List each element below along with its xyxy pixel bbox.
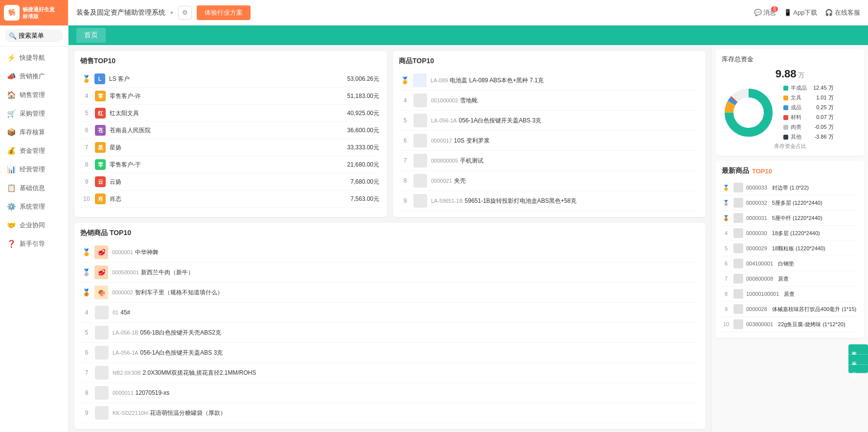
product-img bbox=[733, 228, 743, 238]
float-btn-hotline[interactable]: 客服热线 bbox=[848, 344, 868, 355]
sidebar-item-system[interactable]: ⚙️ 系统管理 bbox=[0, 197, 68, 216]
customers-rank-list: 🏅 L LS 客户 53,006.26元 4 零 零售客户-许 51,183.0… bbox=[80, 71, 381, 208]
products-sold-rank-list: 🏅 LA-089电池盖 LA-089 ABS本色+黑种 7.1克 4 00100… bbox=[399, 71, 700, 211]
rank-item: 🏅 LA-089电池盖 LA-089 ABS本色+黑种 7.1克 bbox=[399, 71, 700, 91]
legend-dot bbox=[783, 86, 788, 91]
product-img bbox=[95, 306, 109, 319]
product-img: 🍖 bbox=[94, 286, 108, 299]
rank-item: 8 000001112070519-xs bbox=[80, 383, 700, 403]
search-menu-btn[interactable]: 🔍 搜索菜单 bbox=[5, 29, 63, 42]
tab-home[interactable]: 首页 bbox=[76, 28, 106, 43]
dropdown-arrow[interactable]: ▾ bbox=[170, 9, 173, 16]
sidebar-item-finance[interactable]: 💰 资金管理 bbox=[0, 142, 68, 160]
sidebar: 畅 畅捷通好生意 标准版 🔍 搜索菜单 ⚡ 快捷导航 📣 营销推广 🏠 销售管理… bbox=[0, 0, 69, 432]
sidebar-item-purchase[interactable]: 🛒 采购管理 bbox=[0, 104, 68, 123]
rank-item: 🏅 L LS 客户 53,006.26元 bbox=[80, 71, 381, 88]
inventory-header: 库存总资金 bbox=[722, 55, 858, 64]
rank-badge: L bbox=[94, 73, 105, 84]
trial-plan-button[interactable]: 体验行业方案 bbox=[197, 5, 251, 20]
top-lists-row: 销售TOP10 🏅 L LS 客户 53,006.26元 4 零 零售客户-许 bbox=[74, 51, 706, 217]
legend-item: 其他 -3.86 万 bbox=[783, 133, 834, 141]
float-buttons: 客服热线 服务社区 直播 bbox=[848, 344, 868, 373]
rank-item: 🥉 0000031 5厘中纤 (1220*2440) bbox=[722, 211, 858, 226]
phone-icon: 📱 bbox=[784, 9, 792, 16]
system-icon: ⚙️ bbox=[7, 202, 16, 211]
product-img bbox=[95, 386, 109, 400]
message-btn[interactable]: 💬 消息 6 bbox=[754, 8, 777, 17]
purchase-icon: 🛒 bbox=[7, 109, 16, 118]
rank-badge: 苍 bbox=[95, 125, 106, 136]
rank-item: 10 肖 肖态 7,563.00元 bbox=[80, 191, 381, 208]
sidebar-item-cooperation[interactable]: 🤝 企业协同 bbox=[0, 216, 68, 235]
top-customers-card: 销售TOP10 🏅 L LS 客户 53,006.26元 4 零 零售客户-许 bbox=[74, 51, 387, 217]
legend-item: 材料 0.07 万 bbox=[783, 114, 834, 121]
product-img bbox=[95, 366, 109, 380]
sidebar-item-label: 采购管理 bbox=[20, 109, 45, 118]
rank-item: 7 000800005手机测试 bbox=[399, 151, 700, 171]
rank-badge: 肖 bbox=[95, 193, 106, 204]
logo-icon: 畅 bbox=[4, 5, 20, 21]
rank-item: 🏅 0000033 封边带 (1.0*22) bbox=[722, 180, 858, 195]
sidebar-item-inventory[interactable]: 📦 库存核算 bbox=[0, 123, 68, 142]
app-download-btn[interactable]: 📱 App下载 bbox=[784, 8, 817, 17]
sidebar-item-label: 库存核算 bbox=[20, 128, 45, 137]
product-img: 🥩 bbox=[94, 245, 108, 259]
rank-item: 4 零 零售客户-许 51,183.00元 bbox=[80, 88, 381, 105]
sidebar-logo: 畅 畅捷通好生意 标准版 bbox=[0, 0, 68, 25]
rank-badge: 云 bbox=[95, 176, 106, 187]
medal-gold-icon: 🏅 bbox=[82, 248, 91, 256]
rank-item: 🥈 0000032 5厘多层 (1220*2440) bbox=[722, 195, 858, 211]
search-icon: 🔍 bbox=[9, 32, 17, 40]
sidebar-item-guide[interactable]: ❓ 新手引导 bbox=[0, 235, 68, 253]
sidebar-item-marketing[interactable]: 📣 营销推广 bbox=[0, 67, 68, 86]
legend-item: 半成品 12.45 万 bbox=[783, 84, 834, 92]
inventory-title: 库存总资金 bbox=[722, 55, 754, 64]
legend-item: 文具 1.01 万 bbox=[783, 94, 834, 101]
online-service-btn[interactable]: 🎧 在线客服 bbox=[825, 8, 860, 17]
newest-products-list: 🏅 0000033 封边带 (1.0*22) 🥈 0000032 5厘多层 (1… bbox=[722, 180, 858, 332]
hot-products-list: 🏅 🥩 0000001中华神舞 🥈 🥩 000500001新西兰牛肉（新牛） 🥉… bbox=[80, 242, 700, 423]
rank-item: 🏅 🥩 0000001中华神舞 bbox=[80, 242, 700, 263]
legend-dot bbox=[783, 115, 788, 120]
float-btn-live[interactable]: 直播 bbox=[848, 365, 868, 373]
rank-item: 10 003800001 22g鱼豆腐-烧烤味 (1*12*20) bbox=[722, 317, 858, 332]
product-img bbox=[733, 319, 743, 329]
rank-item: 9 LA-59651-1B59651-1B旋转投影灯电池盒ABS黑色+58克 bbox=[399, 191, 700, 211]
sidebar-item-operation[interactable]: 📊 经营管理 bbox=[0, 160, 68, 179]
rank-item: 8 零 零售客户-于 21,680.00元 bbox=[80, 156, 381, 173]
float-btn-community[interactable]: 服务社区 bbox=[848, 355, 868, 365]
sidebar-item-label: 企业协同 bbox=[20, 221, 45, 230]
product-img bbox=[95, 326, 109, 339]
rank-item: 6 000001710S 变利罗浆 bbox=[399, 131, 700, 151]
product-img bbox=[413, 73, 427, 87]
rank-badge: 红 bbox=[95, 108, 106, 119]
product-img: 🥩 bbox=[94, 265, 108, 279]
settings-gear-btn[interactable]: ⚙ bbox=[178, 6, 192, 20]
content-area: 销售TOP10 🏅 L LS 客户 53,006.26元 4 零 零售客户-许 bbox=[69, 45, 868, 432]
sidebar-item-quicknav[interactable]: ⚡ 快捷导航 bbox=[0, 48, 68, 67]
inventory-value: 9.88 bbox=[776, 68, 797, 80]
sidebar-item-label: 基础信息 bbox=[20, 184, 45, 192]
top-products-sold-card: 商品TOP10 🏅 LA-089电池盖 LA-089 ABS本色+黑种 7.1克… bbox=[393, 51, 706, 217]
product-img bbox=[413, 194, 427, 208]
inventory-ratio-label: 库存资金占比 bbox=[722, 143, 858, 150]
top-customers-title: 销售TOP10 bbox=[80, 57, 381, 66]
medal-gold-icon: 🏅 bbox=[82, 75, 91, 83]
sidebar-item-basic[interactable]: 📋 基础信息 bbox=[0, 179, 68, 197]
rank-item: 9 云 云扬 7,680.00元 bbox=[80, 173, 381, 191]
search-menu-label: 搜索菜单 bbox=[19, 31, 44, 40]
product-img bbox=[733, 274, 743, 284]
sidebar-item-label: 营销推广 bbox=[20, 72, 45, 81]
sidebar-item-sales[interactable]: 🏠 销售管理 bbox=[0, 86, 68, 104]
rank-item: 5 0000029 18颗粒板 (1220*2440) bbox=[722, 241, 858, 256]
legend-dot bbox=[783, 96, 788, 100]
medal-silver-icon: 🥈 bbox=[82, 268, 91, 276]
rank-item: 8 10000100001 原查 bbox=[722, 287, 858, 302]
product-img bbox=[733, 289, 743, 299]
guide-icon: ❓ bbox=[7, 240, 16, 248]
hot-products-title: 热销商品 TOP10 bbox=[80, 229, 700, 238]
product-img bbox=[413, 174, 427, 188]
legend-dot bbox=[783, 125, 788, 130]
quicknav-icon: ⚡ bbox=[7, 53, 16, 62]
hot-products-card: 热销商品 TOP10 🏅 🥩 0000001中华神舞 🥈 🥩 000500001… bbox=[74, 223, 706, 429]
